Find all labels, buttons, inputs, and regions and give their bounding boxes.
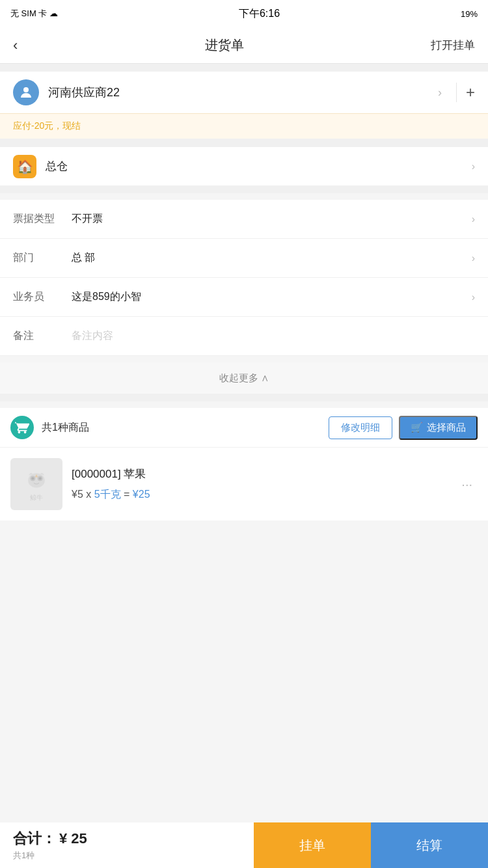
supplier-name: 河南供应商22 — [48, 85, 438, 100]
section-gap-2 — [0, 139, 488, 146]
invoice-type-row[interactable]: 票据类型 不开票 › — [0, 200, 488, 239]
product-code: [0000001] — [72, 468, 121, 480]
supplier-avatar — [13, 79, 39, 105]
cart-icon-small: 🛒 — [411, 422, 423, 433]
remark-label: 备注 — [13, 329, 65, 343]
footer: 合计： ¥ 25 共1种 挂单 结算 — [0, 822, 488, 868]
select-product-button[interactable]: 🛒 选择商品 — [399, 416, 478, 440]
qty-value: 5千克 — [94, 489, 121, 500]
select-product-label: 选择商品 — [427, 422, 466, 434]
svg-point-0 — [23, 87, 29, 92]
product-info: [0000001] 苹果 ¥5 x 5千克 = ¥25 — [72, 467, 456, 502]
page-title: 进货单 — [205, 36, 244, 54]
settle-button[interactable]: 结算 — [371, 822, 488, 868]
thumb-label: 鲸牛 — [30, 493, 43, 502]
footer-total: 合计： ¥ 25 共1种 — [0, 829, 254, 861]
status-right: 19% — [461, 9, 478, 19]
salesperson-label: 业务员 — [13, 290, 65, 304]
cart-icon — [15, 420, 29, 435]
chevron-right-icon: › — [472, 252, 475, 264]
unit-price: ¥5 — [72, 489, 83, 500]
total-value: ¥ 25 — [59, 830, 87, 847]
total-amount: 合计： ¥ 25 — [13, 829, 241, 848]
warehouse-row[interactable]: 🏠 总仓 › — [0, 146, 488, 185]
modify-detail-button[interactable]: 修改明细 — [329, 416, 392, 439]
product-price: ¥5 x 5千克 = ¥25 — [72, 488, 456, 502]
vertical-divider — [456, 83, 457, 102]
chevron-right-icon: › — [472, 213, 475, 225]
chevron-right-icon: › — [472, 161, 475, 172]
subtotal: ¥25 — [133, 489, 150, 500]
remark-input[interactable]: 备注内容 — [65, 329, 475, 343]
warehouse-name: 总仓 — [46, 159, 472, 174]
chevron-right-icon: › — [438, 86, 442, 100]
form-section: 票据类型 不开票 › 部门 总 部 › 业务员 这是859的小智 › 备注 备注… — [0, 200, 488, 356]
owl-logo-icon — [23, 466, 49, 492]
salesperson-value: 这是859的小智 — [65, 290, 472, 304]
product-item: 鲸牛 [0000001] 苹果 ¥5 x 5千克 = ¥25 ··· — [0, 447, 488, 521]
nav-bar: ‹ 进货单 打开挂单 — [0, 27, 488, 64]
chevron-right-icon: › — [472, 292, 475, 303]
product-title: 苹果 — [124, 468, 146, 480]
status-time: 下午6:16 — [239, 7, 280, 21]
product-more-button[interactable]: ··· — [456, 474, 478, 495]
person-icon — [18, 85, 34, 100]
department-row[interactable]: 部门 总 部 › — [0, 239, 488, 278]
product-name: [0000001] 苹果 — [72, 467, 456, 481]
section-gap-1 — [0, 64, 488, 72]
status-left: 无 SIM 卡 ☁ — [10, 8, 58, 20]
supplier-section: 河南供应商22 › + 应付-20元，现结 — [0, 72, 488, 139]
total-sub: 共1种 — [13, 850, 241, 861]
department-label: 部门 — [13, 251, 65, 265]
open-hang-button[interactable]: 打开挂单 — [431, 38, 475, 53]
collapse-bar[interactable]: 收起更多 ∧ — [0, 362, 488, 394]
department-value: 总 部 — [65, 251, 472, 265]
section-gap-3 — [0, 185, 488, 193]
equals: = — [124, 489, 133, 500]
back-button[interactable]: ‹ — [13, 37, 18, 54]
product-icon — [10, 416, 34, 439]
invoice-type-value: 不开票 — [65, 212, 472, 226]
svg-point-5 — [39, 477, 42, 480]
warehouse-icon: 🏠 — [13, 155, 36, 178]
product-thumbnail: 鲸牛 — [10, 458, 62, 510]
notice-bar: 应付-20元，现结 — [0, 113, 488, 139]
product-thumb-inner: 鲸牛 — [23, 466, 49, 502]
product-count-label: 共1种商品 — [42, 421, 329, 435]
remark-row[interactable]: 备注 备注内容 — [0, 317, 488, 356]
svg-point-4 — [31, 477, 34, 480]
product-header: 共1种商品 修改明细 🛒 选择商品 — [0, 408, 488, 447]
footer-spacer — [0, 521, 488, 573]
supplier-row[interactable]: 河南供应商22 › + — [0, 72, 488, 113]
price-x: x — [86, 489, 94, 500]
add-supplier-button[interactable]: + — [466, 83, 475, 102]
battery-icon: 19% — [461, 9, 478, 19]
section-gap-4 — [0, 394, 488, 401]
warehouse-section: 🏠 总仓 › — [0, 146, 488, 185]
invoice-type-label: 票据类型 — [13, 212, 65, 226]
hang-button[interactable]: 挂单 — [254, 822, 371, 868]
total-label: 合计： — [13, 830, 56, 847]
salesperson-row[interactable]: 业务员 这是859的小智 › — [0, 278, 488, 317]
status-bar: 无 SIM 卡 ☁ 下午6:16 19% — [0, 0, 488, 27]
